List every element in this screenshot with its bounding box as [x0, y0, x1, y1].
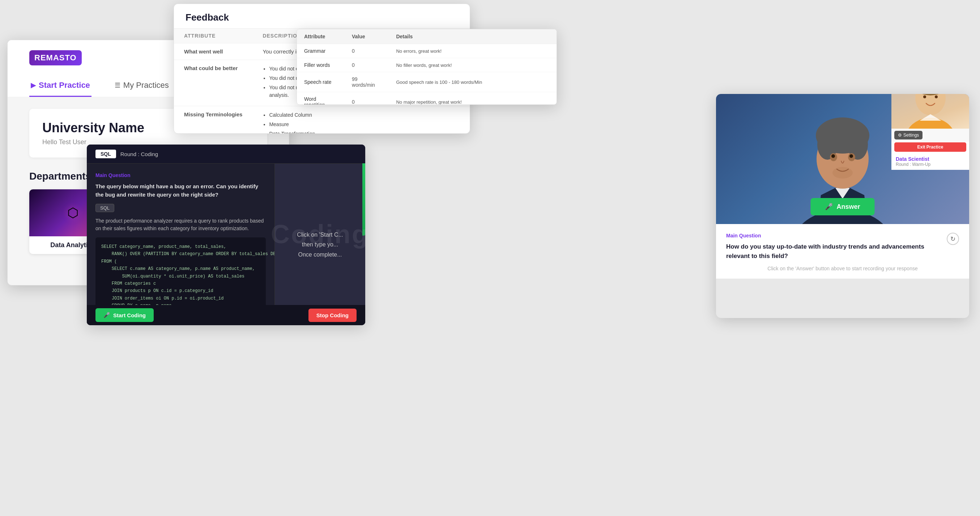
interviewer-svg [898, 94, 963, 129]
list-icon: ☰ [115, 81, 121, 89]
sql-coding-card: SQL Round : Coding Main Question The que… [87, 144, 365, 325]
tab-my-practices[interactable]: ☰ My Practices [113, 76, 170, 97]
feedback-attr-2: What could be better [174, 60, 252, 106]
svg-point-15 [832, 167, 853, 178]
sql-lang-badge: SQL [95, 149, 116, 158]
sql-footer: 🎤 Start Coding Stop Coding [87, 305, 365, 325]
interview-question-area: Main Question How do you stay up-to-date… [716, 224, 969, 279]
sql-header: SQL Round : Coding [87, 144, 365, 164]
interviewer-photo [891, 94, 969, 129]
attr-table-row: Word repetition0No major repetition, gre… [297, 92, 557, 105]
attributes-card: Attribute Value Details Grammar0No error… [296, 29, 557, 105]
feedback-header: Feedback [174, 4, 470, 29]
interview-hint: Click on the 'Answer' button above to st… [726, 265, 959, 271]
interviewer-controls: ⚙ Settings [891, 129, 969, 142]
gear-icon: ⚙ [898, 133, 902, 138]
svg-point-13 [831, 154, 835, 158]
stop-coding-button[interactable]: Stop Coding [309, 309, 356, 322]
svg-point-3 [923, 95, 926, 98]
attr-table-row: Grammar0No errors, great work! [297, 44, 557, 58]
play-icon: ▶ [31, 81, 36, 89]
attr-table-row: Filler words0No filler words, great work… [297, 58, 557, 72]
sql-question-text: The query below might have a bug or an e… [95, 183, 266, 199]
svg-point-1 [915, 94, 946, 115]
coding-overlay: Coding [275, 164, 365, 305]
attr-col-attribute: Attribute [297, 29, 345, 44]
main-question-label: Main Question [95, 172, 266, 178]
logo[interactable]: REMASTO [29, 50, 82, 65]
sql-question-panel: Main Question The query below might have… [87, 164, 275, 325]
interview-question-text: How do you stay up-to-date with industry… [726, 242, 936, 260]
feedback-title: Feedback [186, 12, 458, 23]
sql-description: The product performance analyzer require… [95, 217, 266, 232]
attributes-table: Attribute Value Details Grammar0No error… [297, 29, 557, 105]
feedback-desc-3: Calculated Column Measure Data Transform… [252, 106, 470, 134]
feedback-col-attribute: ATTRIBUTE [174, 29, 252, 43]
svg-point-4 [935, 95, 938, 98]
interview-panel: ⚙ Settings Exit Practice Data Scientist … [716, 94, 969, 318]
settings-button[interactable]: ⚙ Settings [894, 131, 923, 140]
mic-icon: 🎤 [103, 312, 110, 318]
attr-col-value: Value [345, 29, 389, 44]
attr-col-details: Details [389, 29, 557, 44]
feedback-attr-3: Missing Terminologies [174, 106, 252, 134]
refresh-question-button[interactable]: ↻ [947, 233, 959, 245]
interviewer-info: Data Scientist Round : Warm-Up [891, 154, 969, 170]
exit-practice-button[interactable]: Exit Practice [894, 142, 966, 152]
interviewer-exit-area: Exit Practice [891, 142, 969, 154]
sql-round-label: Round : Coding [121, 151, 158, 157]
tab-start-practice[interactable]: ▶ Start Practice [29, 76, 91, 97]
interviewer-mini-panel: ⚙ Settings Exit Practice Data Scientist … [891, 94, 969, 170]
answer-button[interactable]: 🎤 Answer [810, 198, 874, 215]
svg-point-14 [850, 154, 853, 158]
interviewer-role: Data Scientist [896, 156, 965, 162]
sql-tag-badge: SQL [95, 204, 114, 212]
feedback-attr-1: What went well [174, 43, 252, 60]
attr-table-row: Speech rate99 words/minGood speech rate … [297, 72, 557, 92]
main-question-label: Main Question [726, 233, 936, 238]
feedback-row-3: Missing Terminologies Calculated Column … [174, 106, 470, 134]
mic-answer-icon: 🎤 [825, 203, 833, 211]
coding-watermark: Coding [271, 219, 365, 249]
start-coding-button[interactable]: 🎤 Start Coding [95, 308, 154, 322]
interviewer-round: Round : Warm-Up [896, 162, 965, 167]
